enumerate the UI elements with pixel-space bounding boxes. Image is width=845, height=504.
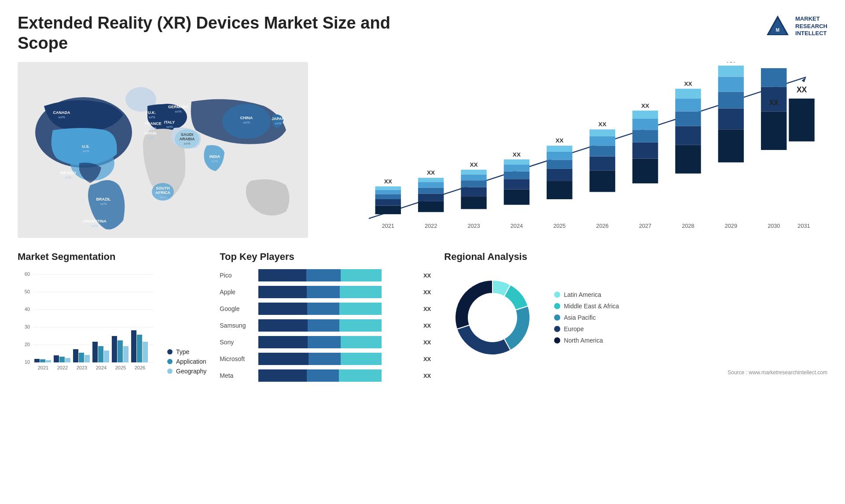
svg-rect-132 xyxy=(59,357,65,362)
svg-rect-76 xyxy=(589,157,615,171)
bar-light xyxy=(341,336,382,348)
svg-text:XX: XX xyxy=(599,121,606,128)
svg-text:2030: 2030 xyxy=(768,223,780,229)
player-name: Pico xyxy=(220,272,255,279)
player-row: Google XX xyxy=(220,303,431,315)
svg-text:40: 40 xyxy=(25,307,30,312)
segmentation-chart: 60 50 40 30 20 10 xyxy=(18,269,158,375)
legend-label: North America xyxy=(564,337,603,344)
legend-label: Middle East & Africa xyxy=(564,303,619,310)
player-row: Sony XX xyxy=(220,336,431,348)
map-svg: CANADA xx% U.S. xx% MEXICO xx% BRAZIL xx… xyxy=(18,62,308,238)
svg-rect-72 xyxy=(547,152,572,160)
bar-dark xyxy=(258,369,307,382)
svg-rect-65 xyxy=(504,172,529,179)
svg-rect-75 xyxy=(589,171,615,192)
top-row: CANADA xx% U.S. xx% MEXICO xx% BRAZIL xx… xyxy=(18,62,827,238)
svg-text:XX: XX xyxy=(684,80,692,87)
segmentation-section: Market Segmentation 60 50 40 30 20 10 xyxy=(18,251,206,375)
svg-rect-130 xyxy=(46,360,51,362)
svg-text:U.K.: U.K. xyxy=(148,110,156,115)
legend-color xyxy=(554,292,560,298)
svg-text:XX: XX xyxy=(513,151,521,158)
bar-mid xyxy=(307,303,340,315)
svg-text:2029: 2029 xyxy=(725,223,737,229)
geography-label: Geography xyxy=(176,368,206,375)
player-bar xyxy=(258,369,417,382)
player-bar xyxy=(258,286,417,298)
svg-rect-53 xyxy=(418,188,444,194)
svg-text:AFRICA: AFRICA xyxy=(155,190,170,195)
svg-text:2025: 2025 xyxy=(553,223,566,229)
svg-text:2024: 2024 xyxy=(511,223,523,229)
svg-text:XX: XX xyxy=(727,62,735,64)
svg-text:xx%: xx% xyxy=(243,121,250,124)
svg-rect-142 xyxy=(123,346,129,362)
svg-text:2026: 2026 xyxy=(596,223,609,229)
regional-container: Latin America Middle East & Africa Asia … xyxy=(444,269,827,366)
legend-label: Europe xyxy=(564,325,584,332)
svg-rect-138 xyxy=(98,346,103,362)
source-text: Source : www.marketresearchintellect.com xyxy=(444,369,827,376)
svg-rect-135 xyxy=(79,353,84,362)
donut-segment xyxy=(455,280,492,329)
svg-text:XX: XX xyxy=(797,85,807,94)
svg-rect-99 xyxy=(761,112,786,150)
svg-text:2022: 2022 xyxy=(57,365,68,370)
legend-item: Latin America xyxy=(554,291,619,298)
player-value: XX xyxy=(423,289,431,296)
svg-text:60: 60 xyxy=(25,271,30,277)
bar-mid xyxy=(306,269,341,281)
svg-rect-102 xyxy=(789,99,814,141)
svg-text:2031: 2031 xyxy=(797,223,810,229)
logo-text: MARKET RESEARCH INTELLECT xyxy=(795,15,827,38)
svg-text:GERMANY: GERMANY xyxy=(168,105,188,109)
svg-rect-101 xyxy=(761,68,786,87)
svg-rect-79 xyxy=(589,129,615,136)
svg-rect-66 xyxy=(504,164,529,172)
svg-rect-129 xyxy=(40,359,45,362)
page-header: Extended Reality (XR) Devices Market Siz… xyxy=(18,13,827,53)
svg-rect-73 xyxy=(547,146,572,152)
player-row: Samsung XX xyxy=(220,319,431,332)
geography-dot xyxy=(167,369,173,374)
svg-rect-58 xyxy=(461,187,486,196)
player-row: Apple XX xyxy=(220,286,431,298)
logo-area: M MARKET RESEARCH INTELLECT xyxy=(764,13,827,40)
player-name: Microsoft xyxy=(220,355,255,362)
svg-text:xx%: xx% xyxy=(65,175,71,179)
svg-rect-52 xyxy=(418,194,444,202)
svg-rect-46 xyxy=(375,199,401,206)
svg-rect-67 xyxy=(504,160,529,165)
legend-color xyxy=(554,303,560,309)
svg-text:2024: 2024 xyxy=(96,365,107,370)
player-value: XX xyxy=(423,373,431,379)
svg-text:50: 50 xyxy=(25,289,30,294)
legend-color xyxy=(554,337,560,343)
svg-text:xx%: xx% xyxy=(275,121,281,125)
svg-rect-89 xyxy=(675,112,701,126)
bar-mid xyxy=(307,286,340,298)
svg-text:xx%: xx% xyxy=(150,126,156,130)
application-dot xyxy=(167,359,173,364)
bar-light xyxy=(340,286,382,298)
donut-segment xyxy=(457,325,511,355)
svg-text:XX: XX xyxy=(555,138,563,144)
bar-mid xyxy=(308,336,341,348)
svg-text:SPAIN: SPAIN xyxy=(145,131,157,135)
player-row: Pico XX xyxy=(220,269,431,281)
player-value: XX xyxy=(423,339,431,346)
world-map: CANADA xx% U.S. xx% MEXICO xx% BRAZIL xx… xyxy=(18,62,308,238)
svg-text:2023: 2023 xyxy=(77,365,87,370)
svg-text:xx%: xx% xyxy=(175,110,181,113)
svg-rect-141 xyxy=(118,340,123,362)
players-list: Pico XX Apple XX Google XX Samsung XX xyxy=(220,269,431,382)
player-name: Samsung xyxy=(220,322,255,329)
svg-rect-71 xyxy=(547,160,572,169)
donut-chart xyxy=(444,269,541,366)
svg-text:SAUDI: SAUDI xyxy=(181,132,193,137)
regional-legend: Latin America Middle East & Africa Asia … xyxy=(554,291,619,344)
map-section: CANADA xx% U.S. xx% MEXICO xx% BRAZIL xx… xyxy=(18,62,317,238)
svg-rect-144 xyxy=(137,335,142,362)
player-value: XX xyxy=(423,272,431,279)
